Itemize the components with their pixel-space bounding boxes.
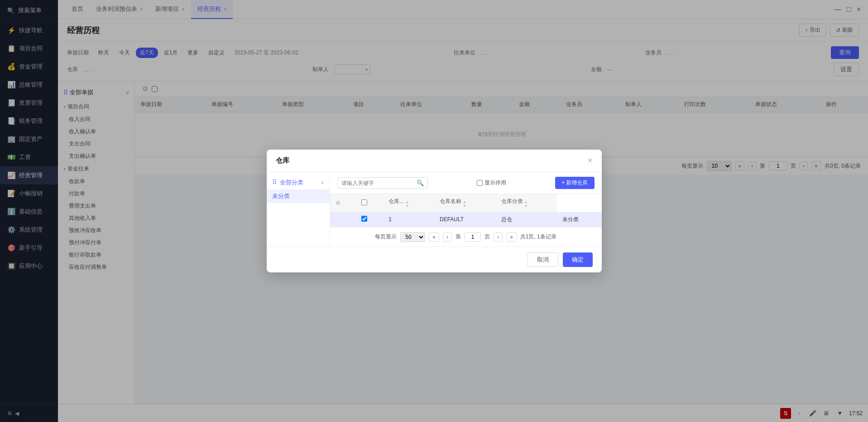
modal-left-panel: ⠿ 全部分类 « 未分类 xyxy=(267,172,330,247)
modal-toolbar: 🔍 显示停用 + 新增仓库 xyxy=(330,172,602,194)
modal-col-settings: ⚙ xyxy=(330,194,356,212)
modal-header: 仓库 × xyxy=(267,150,602,172)
modal-close-button[interactable]: × xyxy=(588,156,593,165)
modal-table: ⚙仓库...▲▼仓库名称▲▼仓库分类▲▼ 1 DEFAULT 总仓 未分类 xyxy=(330,194,602,227)
modal-select-all[interactable] xyxy=(361,199,367,205)
row-id-1: 1 xyxy=(383,212,434,227)
modal-first-page[interactable]: « xyxy=(429,233,439,242)
modal-page-label: 第 xyxy=(456,233,461,241)
add-warehouse-button[interactable]: + 新增仓库 xyxy=(555,177,594,189)
show-disabled-checkbox[interactable] xyxy=(477,180,483,186)
modal-overlay[interactable]: 仓库 × ⠿ 全部分类 « 未分类 xyxy=(0,0,868,422)
modal-next-page[interactable]: › xyxy=(494,233,503,242)
modal-search-input[interactable] xyxy=(341,180,414,186)
modal-title: 仓库 xyxy=(276,156,289,165)
modal-col-checkbox xyxy=(356,194,384,212)
row-name-1: 总仓 xyxy=(496,212,557,227)
modal-table-row[interactable]: 1 DEFAULT 总仓 未分类 xyxy=(330,212,602,227)
cancel-button[interactable]: 取消 xyxy=(528,252,558,267)
modal-right-panel: 🔍 显示停用 + 新增仓库 ⚙仓库...▲▼仓库名称▲▼仓库分类▲▼ xyxy=(330,172,602,247)
modal-col-name: 仓库名称▲▼ xyxy=(434,194,496,212)
row-checkbox-1[interactable] xyxy=(361,216,367,222)
modal-page-input[interactable] xyxy=(465,233,481,242)
modal-total: 共1页, 1条记录 xyxy=(520,233,556,241)
modal-page-size-select[interactable]: 102050100 xyxy=(400,232,425,242)
confirm-button[interactable]: 确定 xyxy=(563,252,593,267)
modal-prev-page[interactable]: ‹ xyxy=(443,233,452,242)
modal-footer: 取消 确定 xyxy=(267,247,602,272)
modal-last-page[interactable]: » xyxy=(506,233,517,242)
modal-left-header: ⠿ 全部分类 « xyxy=(267,176,330,189)
modal-search-box: 🔍 xyxy=(337,177,428,189)
modal-left-item-uncategorized[interactable]: 未分类 xyxy=(267,189,330,203)
modal-collapse-icon[interactable]: « xyxy=(321,179,324,186)
row-category-1: 未分类 xyxy=(557,212,601,227)
modal-col-code: 仓库...▲▼ xyxy=(383,194,434,212)
settings-col-icon[interactable]: ⚙ xyxy=(336,200,340,206)
modal-pagination: 每页显示 102050100 « ‹ 第 页 › » 共1页, 1条记录 xyxy=(330,227,602,247)
modal-table-wrap: ⚙仓库...▲▼仓库名称▲▼仓库分类▲▼ 1 DEFAULT 总仓 未分类 xyxy=(330,194,602,227)
modal-left-items: 未分类 xyxy=(267,189,330,203)
row-code-1: DEFAULT xyxy=(434,212,496,227)
modal-page-suffix: 页 xyxy=(484,233,490,241)
all-categories-label: ⠿ 全部分类 xyxy=(272,179,304,187)
modal-col-category: 仓库分类▲▼ xyxy=(496,194,557,212)
warehouse-modal: 仓库 × ⠿ 全部分类 « 未分类 xyxy=(267,150,602,272)
show-disabled-label: 显示停用 xyxy=(477,179,506,187)
modal-body: ⠿ 全部分类 « 未分类 🔍 显示停用 xyxy=(267,172,602,247)
search-icon: 🔍 xyxy=(417,179,424,186)
row-settings xyxy=(330,212,356,227)
modal-page-size-label: 每页显示 xyxy=(375,233,397,241)
